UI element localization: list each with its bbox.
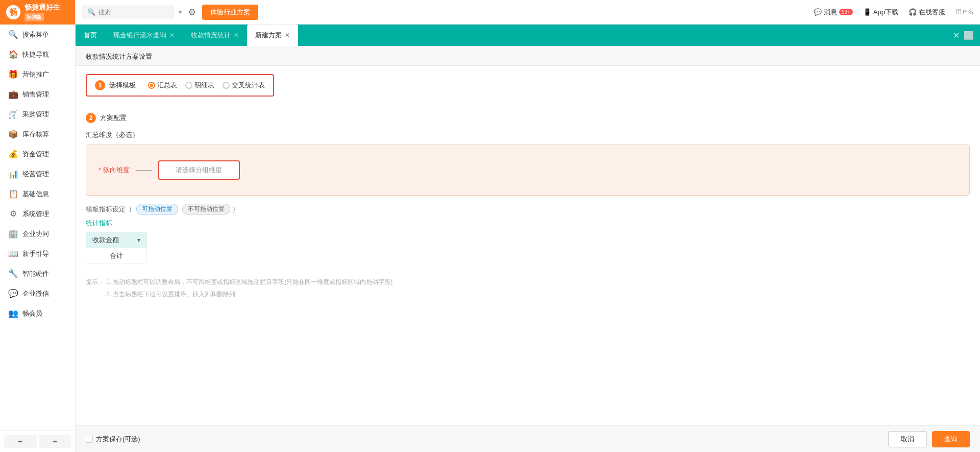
sidebar-bottom-btn-left[interactable]: ⬅ [4, 435, 37, 448]
tab-home[interactable]: 首页 [76, 25, 105, 46]
sidebar-item-label: 采购管理 [22, 110, 49, 119]
close-window-icon[interactable]: ✕ [953, 31, 960, 40]
indicator-hint-box: 可拖动位置 不可拖动位置 ） [136, 204, 239, 215]
sidebar-item-quick-nav[interactable]: 🏠 快捷导航 [0, 44, 75, 64]
message-label: 消息 [824, 8, 837, 17]
step2-section: 2 方案配置 汇总维度（必选） * 纵向维度 —— 请选择分组维度 [86, 113, 970, 300]
save-label: 方案保存(可选) [96, 435, 140, 444]
sidebar-item-purchase[interactable]: 🛒 采购管理 [0, 104, 75, 124]
topbar-right: 💬 消息 99+ 📱 App下载 🎧 在线客服 用户名 [814, 8, 974, 17]
step1-num: 1 [95, 80, 105, 90]
radio-cross[interactable]: 交叉统计表 [223, 81, 265, 90]
building-icon: 🏢 [8, 229, 18, 239]
page-body: 1 选择模板 汇总表 明细表 [76, 66, 980, 317]
chevron-down-icon[interactable]: ▾ [179, 9, 182, 16]
book-icon: 📖 [8, 249, 18, 258]
sidebar-item-smart-hardware[interactable]: 🔧 智能硬件 [0, 264, 75, 283]
app-download-button[interactable]: 📱 App下载 [863, 8, 898, 17]
tabbar-actions: ✕ ⬜ [953, 31, 980, 40]
radio-detail-label: 明细表 [194, 81, 214, 90]
sidebar-item-search-menu[interactable]: 🔍 搜索菜单 [0, 25, 75, 44]
sidebar-item-label: 库存核算 [22, 130, 49, 139]
arrow-icon: —— [136, 165, 152, 175]
draggable-hint: 可拖动位置 [136, 204, 178, 215]
sidebar-item-basic-info[interactable]: 📋 基础信息 [0, 184, 75, 204]
tip1: 提示： 1. 拖动标题栏可以调整布局，不可跨维度或指标区域拖动栏目字段(只能在同… [86, 276, 970, 288]
sidebar-item-sales[interactable]: 💼 销售管理 [0, 84, 75, 104]
gift-icon: 🎁 [8, 69, 18, 79]
tip2: 提示： 2. 点击标题栏下拉可设置排序、插入列和删除列 [86, 288, 970, 300]
sidebar-item-system[interactable]: ⚙ 系统管理 [0, 204, 75, 224]
cart-icon: 🛒 [8, 109, 18, 119]
step1-label: 1 选择模板 [95, 80, 136, 90]
indicator-header: 模板指标设定（ 可拖动位置 不可拖动位置 ） [86, 204, 970, 215]
stat-table-header[interactable]: 收款金额 ▾ [86, 232, 146, 248]
search-icon: 🔍 [8, 30, 18, 39]
save-checkbox[interactable] [86, 436, 93, 443]
download-label: App下载 [873, 8, 898, 17]
sidebar-bottom-btn-right[interactable]: ➡ [39, 435, 71, 448]
tab-new-plan[interactable]: 新建方案 ✕ [247, 25, 298, 46]
sidebar-item-label: 营销推广 [22, 70, 49, 79]
page-header: 收款情况统计方案设置 [76, 46, 980, 66]
logo-text: 畅捷通好生 标准版 [24, 3, 60, 21]
sidebar-item-marketing[interactable]: 🎁 营销推广 [0, 64, 75, 84]
message-button[interactable]: 💬 消息 99+ [814, 8, 853, 17]
maximize-icon[interactable]: ⬜ [964, 31, 974, 40]
settings-icon[interactable]: ⚙ [188, 7, 196, 18]
radio-cross-label: 交叉统计表 [232, 81, 265, 90]
sidebar-item-management[interactable]: 📊 经营管理 [0, 164, 75, 184]
home-icon: 🏠 [8, 50, 18, 59]
vertical-dimension-label: * 纵向维度 [99, 165, 130, 175]
sidebar-item-enterprise[interactable]: 🏢 企业协同 [0, 224, 75, 244]
tab-home-label: 首页 [84, 31, 97, 40]
dimension-row: * 纵向维度 —— 请选择分组维度 [99, 160, 240, 180]
radio-detail[interactable]: 明细表 [185, 81, 214, 90]
message-badge: 99+ [839, 9, 853, 15]
chart-icon: 📊 [8, 169, 18, 179]
sidebar-item-wechat[interactable]: 💬 企业微信 [0, 283, 75, 303]
search-icon: 🔍 [87, 8, 95, 16]
radio-detail-circle [185, 82, 192, 89]
stat-table: 收款金额 ▾ 合计 [86, 232, 147, 264]
radio-summary-label: 汇总表 [157, 81, 177, 90]
template-radio-group: 汇总表 明细表 交叉统计表 [148, 81, 265, 90]
tab-receipts[interactable]: 收款情况统计 ✕ [183, 25, 247, 46]
tab-receipts-close-icon[interactable]: ✕ [234, 32, 239, 39]
page-title: 收款情况统计方案设置 [86, 53, 152, 60]
stat-column-header: 收款金额 [92, 235, 119, 245]
radio-summary[interactable]: 汇总表 [148, 81, 177, 90]
sidebar-item-capital[interactable]: 💰 资金管理 [0, 144, 75, 164]
online-service-button[interactable]: 🎧 在线客服 [909, 8, 945, 17]
hardware-icon: 🔧 [8, 269, 18, 278]
sidebar-item-label: 搜索菜单 [22, 30, 49, 39]
search-input[interactable] [99, 9, 165, 16]
cancel-button[interactable]: 取消 [888, 431, 927, 447]
sidebar-item-guide[interactable]: 📖 新手引导 [0, 244, 75, 264]
step2-label: 2 方案配置 [86, 113, 970, 123]
tab-bank-close-icon[interactable]: ✕ [169, 32, 175, 39]
sidebar: 畅 畅捷通好生 标准版 🔍 搜索菜单 🏠 快捷导航 🎁 营销推广 💼 销售管理 … [0, 0, 76, 452]
dimension-section-title: 汇总维度（必选） [86, 130, 970, 139]
query-button[interactable]: 查询 [932, 431, 970, 447]
download-icon: 📱 [863, 8, 871, 16]
dimension-box: * 纵向维度 —— 请选择分组维度 [86, 145, 970, 196]
indicator-section: 模板指标设定（ 可拖动位置 不可拖动位置 ） 统计指标 收款金额 [86, 204, 970, 300]
industry-button[interactable]: 体验行业方案 [202, 5, 258, 20]
tab-bank-label: 现金银行流水查询 [113, 31, 166, 40]
sidebar-item-member[interactable]: 👥 畅会员 [0, 303, 75, 323]
radio-summary-circle [148, 82, 155, 89]
tab-new-plan-label: 新建方案 [255, 31, 282, 40]
radio-cross-circle [223, 82, 230, 89]
topbar: 🔍 ▾ ⚙ 体验行业方案 💬 消息 99+ 📱 App下载 🎧 在线客服 用户名 [76, 0, 980, 25]
sidebar-item-label: 新手引导 [22, 249, 49, 258]
main-content: 🔍 ▾ ⚙ 体验行业方案 💬 消息 99+ 📱 App下载 🎧 在线客服 用户名 [76, 0, 980, 452]
chevron-down-icon[interactable]: ▾ [137, 236, 140, 244]
sidebar-item-inventory[interactable]: 📦 库存核算 [0, 124, 75, 144]
tab-bank[interactable]: 现金银行流水查询 ✕ [105, 25, 183, 46]
tab-new-plan-close-icon[interactable]: ✕ [285, 32, 290, 39]
service-icon: 🎧 [909, 8, 917, 16]
step1-row: 1 选择模板 汇总表 明细表 [86, 74, 274, 97]
dimension-select-button[interactable]: 请选择分组维度 [158, 160, 240, 180]
indicator-title: 模板指标设定（ [86, 205, 132, 214]
